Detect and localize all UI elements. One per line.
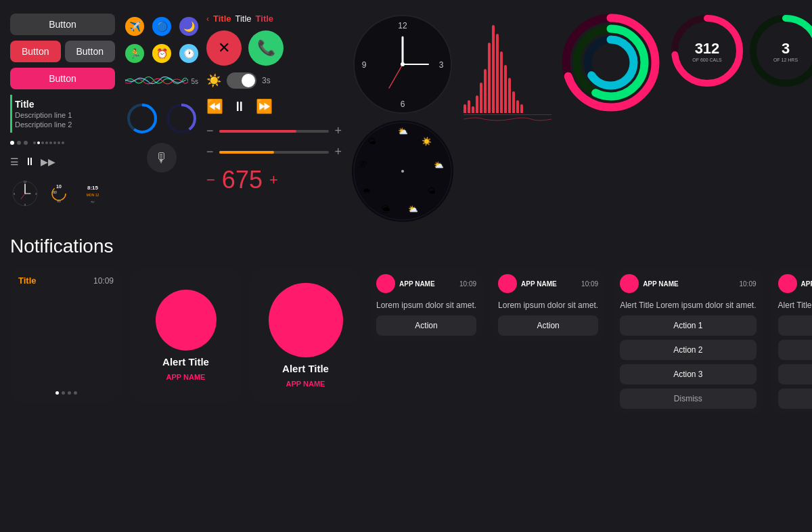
bar-12 — [508, 78, 511, 113]
bar-3 — [472, 106, 474, 113]
mic-button[interactable]: 🎙 — [147, 143, 177, 173]
answer-call-button[interactable]: 📞 — [248, 30, 284, 66]
svg-text:🌧: 🌧 — [363, 186, 371, 196]
alert-circle-1 — [156, 290, 217, 351]
notif-top-7: APP NAME 10:09 — [778, 274, 812, 293]
notif-top-5: APP NAME 10:09 — [498, 274, 598, 293]
svg-text:80: 80 — [57, 199, 61, 203]
notif-card-action3: APP NAME 10:09 Alert Title Lorem ipsum d… — [613, 267, 763, 416]
play-pause-btn[interactable]: ⏸ — [24, 156, 35, 168]
cals-label: OF 600 CALS — [692, 58, 722, 62]
slider1-minus[interactable]: − — [206, 124, 214, 138]
bar-1 — [464, 104, 466, 113]
notif-action6-2[interactable]: Action 2 — [620, 340, 756, 360]
toggle-row: ☀️ 3s — [206, 72, 342, 89]
slider2-plus[interactable]: + — [334, 145, 342, 159]
notif-dots-1 — [18, 386, 114, 395]
list-item: Title Description line 1 Description lin… — [10, 95, 115, 133]
stat-ring-calories: 312 OF 600 CALS — [670, 14, 744, 88]
skip-icon[interactable]: ▶▶ — [41, 156, 55, 167]
rewind-button[interactable]: ⏪ — [206, 98, 223, 114]
slider1-track[interactable] — [219, 130, 330, 133]
moon-icon[interactable]: 🌙 — [179, 17, 198, 36]
activity-icon[interactable]: 🏃 — [125, 44, 144, 63]
svg-rect-9 — [44, 179, 74, 208]
svg-text:⛅: ⛅ — [408, 204, 418, 214]
tab-title1[interactable]: Title — [213, 14, 231, 24]
notif-card-simple: Title 10:09 — [10, 267, 122, 403]
list-desc2: Description line 2 — [15, 120, 72, 129]
svg-text:12: 12 — [24, 180, 27, 183]
hrs-label: OF 12 HRS — [773, 58, 798, 62]
watch-face-3: 8:15 MON 12 75° — [78, 179, 108, 211]
notif-card-action2: APP NAME 10:09 Lorem ipsum dolor sit ame… — [491, 267, 605, 342]
notif-top-4: APP NAME 10:09 — [376, 274, 476, 293]
button-gray[interactable]: Button — [65, 41, 116, 62]
notif-dismiss-6[interactable]: Dismiss — [620, 389, 756, 409]
dot-1 — [10, 141, 14, 145]
svg-text:🌤: 🌤 — [428, 186, 436, 196]
cals-number: 312 — [692, 40, 722, 58]
notif-action7-3[interactable]: Action 3 — [778, 364, 812, 384]
tab-chevron[interactable]: ‹ — [206, 14, 209, 24]
slider2-minus[interactable]: − — [206, 145, 214, 159]
notifications-section: Notifications Title 10:09 Alert Title AP… — [0, 229, 812, 426]
svg-text:☀️: ☀️ — [422, 136, 432, 146]
notif-header-1: Title 10:09 — [18, 275, 114, 286]
button-pink[interactable]: Button — [10, 68, 115, 89]
dot-sm-5 — [49, 141, 52, 144]
pause-button[interactable]: ⏸ — [233, 99, 246, 114]
progress-ring-1 — [126, 102, 158, 135]
notif-dismiss-7[interactable]: Dismiss — [778, 389, 812, 409]
toggle-switch[interactable] — [227, 72, 256, 89]
svg-point-41 — [401, 170, 404, 173]
alarm-icon[interactable]: ⏰ — [152, 44, 171, 63]
bar-chart — [464, 14, 551, 122]
notif-card-alert1: Alert Title APP NAME — [130, 267, 242, 403]
notif-action6-1[interactable]: Action 1 — [620, 315, 756, 336]
slider-orange: − + — [206, 145, 342, 159]
notif-dot-1b — [62, 391, 65, 395]
end-call-button[interactable]: ✕ — [206, 30, 242, 66]
notif-action6-3[interactable]: Action 3 — [620, 364, 756, 384]
stepper-minus[interactable]: − — [206, 171, 215, 189]
notif-appname-7: APP NAME — [801, 280, 812, 288]
notif-avatar-4 — [376, 274, 395, 293]
dot-3 — [24, 141, 28, 145]
toggle-timer: 3s — [262, 76, 271, 85]
button-row: Button Button — [10, 41, 115, 62]
button-red[interactable]: Button — [10, 41, 61, 62]
notif-action-4[interactable]: Action — [376, 315, 476, 336]
stepper-plus[interactable]: + — [269, 171, 278, 189]
notif-appname-6: APP NAME — [643, 280, 679, 288]
clock-weather-section: 12 3 6 9 ⛅ ☀️ ⛅ 🌤 ⛅ — [352, 14, 453, 222]
forward-button[interactable]: ⏩ — [256, 98, 273, 114]
notif-action7-2[interactable]: Action 2 — [778, 340, 812, 360]
button-default[interactable]: Button — [10, 14, 115, 35]
bluetooth-icon[interactable]: 🔵 — [152, 17, 171, 36]
clock-icon[interactable]: 🕐 — [179, 44, 198, 63]
bar-11 — [504, 65, 507, 114]
svg-text:8:15: 8:15 — [87, 185, 99, 191]
bar-8 — [492, 25, 495, 113]
dot-sm-4 — [45, 141, 48, 144]
phone-buttons-row: ✕ 📞 — [206, 30, 342, 66]
svg-text:12: 12 — [398, 21, 407, 30]
svg-text:🌦: 🌦 — [382, 204, 390, 214]
bar-10 — [500, 51, 503, 113]
bar-13 — [512, 91, 515, 114]
slider1-plus[interactable]: + — [334, 124, 342, 138]
tab-title3[interactable]: Title — [256, 14, 274, 24]
tab-title2[interactable]: Title — [235, 14, 252, 24]
stepper-row: − 675 + — [206, 166, 342, 194]
ring-stats: 312 OF 600 CALS 3 OF 12 HRS 14 OF 30 M — [670, 14, 812, 88]
dot-sm-8 — [62, 141, 64, 144]
svg-text:9: 9 — [362, 60, 367, 70]
dot-sm-6 — [53, 141, 56, 144]
plane-icon[interactable]: ✈️ — [125, 17, 144, 36]
notif-action-5[interactable]: Action — [498, 315, 598, 336]
notif-text-7: Alert Title Lorem ipsum dolor sit amet. — [778, 300, 812, 311]
notif-action7-1[interactable]: Action 1 — [778, 315, 812, 336]
slider2-track[interactable] — [219, 151, 330, 154]
svg-text:MON 12: MON 12 — [87, 193, 99, 197]
